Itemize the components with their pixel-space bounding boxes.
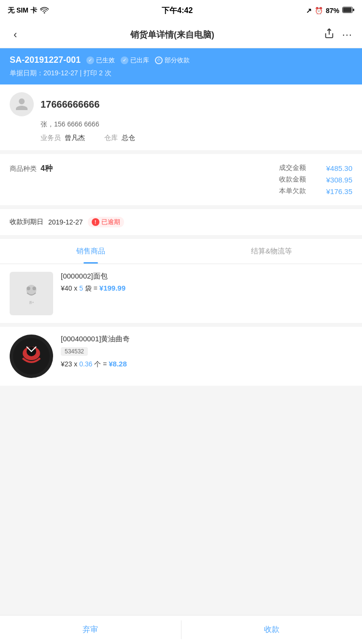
tabs-section: 销售商品 结算&物流等 <box>0 239 362 264</box>
salesperson-value: 曾凡杰 <box>65 134 85 142</box>
customer-avatar <box>10 92 34 116</box>
product-name-1: [0000002]面包 <box>61 272 352 281</box>
deal-amount-label: 成交金额 <box>279 164 306 172</box>
deal-amount: ¥485.30 <box>314 164 352 172</box>
location-icon: ↗ <box>306 7 312 14</box>
received-amount: ¥308.95 <box>314 176 352 184</box>
status-right: ↗ ⏰ 87% <box>306 7 354 14</box>
product-thumbnail-2 <box>10 335 53 378</box>
due-date: 2019-12-27 <box>48 218 83 226</box>
warehouse-value: 总仓 <box>122 134 135 142</box>
confirm-button[interactable]: 收款 <box>181 616 362 644</box>
product-info-2: [000400001]黄油曲奇 534532 ¥23 x 0.36 个 = ¥8… <box>61 335 352 369</box>
header-date-row: 单据日期：2019-12-27 | 打印 2 次 <box>10 69 352 78</box>
list-item: [000400001]黄油曲奇 534532 ¥23 x 0.36 个 = ¥8… <box>0 327 362 386</box>
overdue-icon: ! <box>92 218 99 226</box>
product-qty-1: 5 <box>79 284 83 292</box>
status-shipped: ✓ 已出库 <box>121 56 149 65</box>
battery-text: 87% <box>326 7 339 14</box>
back-button[interactable]: ‹ <box>10 25 21 45</box>
product-thumbnail-1: 兽+ <box>10 272 53 315</box>
product-price-2: ¥23 x 0.36 个 = ¥8.28 <box>61 360 352 369</box>
svg-point-4 <box>27 287 30 291</box>
wifi-icon <box>40 7 49 15</box>
battery-icon <box>342 7 354 14</box>
product-count-label: 商品种类 <box>10 165 37 173</box>
owed-amount: ¥176.35 <box>314 187 352 196</box>
nav-bar: ‹ 销货单详情(来自电脑) ··· <box>0 21 362 48</box>
overdue-text: 已逾期 <box>101 218 120 226</box>
more-icon[interactable]: ··· <box>342 28 352 41</box>
owed-amount-label: 本单欠款 <box>279 187 306 196</box>
cancel-button[interactable]: 弃审 <box>0 616 181 644</box>
list-item: 兽+ [0000002]面包 ¥40 x 5 袋 = ¥199.99 <box>0 264 362 323</box>
status-partial: ⏱ 部分收款 <box>155 56 190 65</box>
overdue-badge: ! 已逾期 <box>88 217 124 227</box>
summary-section: 商品种类 4种 成交金额 ¥485.30 收款金额 ¥308.95 本单欠款 ¥… <box>0 154 362 209</box>
share-icon[interactable] <box>324 28 334 41</box>
alarm-icon: ⏰ <box>315 7 323 14</box>
received-amount-label: 收款金额 <box>279 175 306 184</box>
carrier-text: 无 SIM 卡 <box>8 6 37 15</box>
salesperson-label: 业务员 <box>41 134 61 142</box>
status-active: ✓ 已生效 <box>86 56 115 65</box>
tab-sales-products[interactable]: 销售商品 <box>0 239 181 264</box>
order-number: SA-20191227-001 <box>10 55 81 65</box>
due-section: 收款到期日 2019-12-27 ! 已逾期 <box>0 209 362 239</box>
bottom-bar: 弃审 收款 <box>0 615 362 644</box>
status-left: 无 SIM 卡 <box>8 6 49 15</box>
warehouse-label: 仓库 <box>104 134 118 142</box>
status-time: 下午4:42 <box>162 6 193 16</box>
customer-id: 17666666666 <box>41 99 99 110</box>
product-info-1: [0000002]面包 ¥40 x 5 袋 = ¥199.99 <box>61 272 352 293</box>
product-list: 兽+ [0000002]面包 ¥40 x 5 袋 = ¥199.99 <box>0 264 362 386</box>
customer-contact: 张，156 6666 6666 <box>10 120 352 129</box>
customer-section: 17666666666 张，156 6666 6666 业务员 曾凡杰 仓库 总… <box>0 84 362 154</box>
status-bar: 无 SIM 卡 下午4:42 ↗ ⏰ 87% <box>0 0 362 21</box>
product-name-2: [000400001]黄油曲奇 <box>61 335 352 344</box>
due-label: 收款到期日 <box>10 218 43 226</box>
product-total-2: ¥8.28 <box>109 360 127 368</box>
product-tag-2: 534532 <box>61 347 88 356</box>
svg-rect-2 <box>343 8 351 13</box>
tab-settlement[interactable]: 结算&物流等 <box>181 239 362 264</box>
product-count: 4种 <box>41 164 53 174</box>
product-total-1: ¥199.99 <box>99 284 125 292</box>
svg-point-5 <box>32 287 36 291</box>
product-qty-2: 0.36 <box>79 360 92 368</box>
nav-actions: ··· <box>324 28 352 41</box>
customer-meta: 业务员 曾凡杰 仓库 总仓 <box>10 134 352 142</box>
svg-text:兽+: 兽+ <box>29 301 34 304</box>
header-banner: SA-20191227-001 ✓ 已生效 ✓ 已出库 ⏱ 部分收款 单据日期：… <box>0 48 362 84</box>
page-title: 销货单详情(来自电脑) <box>130 29 214 41</box>
svg-rect-1 <box>353 9 354 11</box>
product-price-1: ¥40 x 5 袋 = ¥199.99 <box>61 284 352 293</box>
